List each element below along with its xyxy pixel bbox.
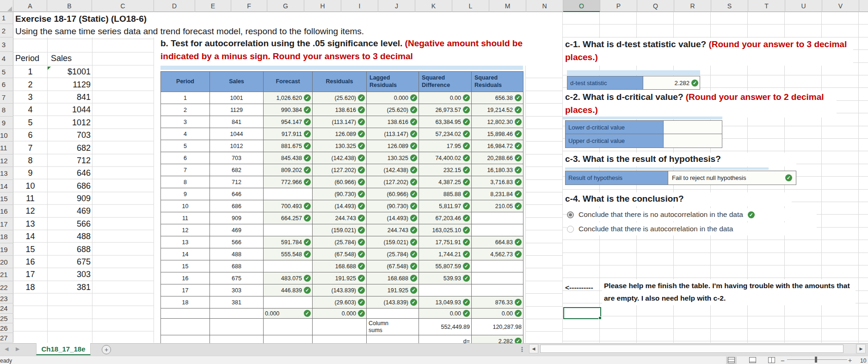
period-cell[interactable]: 12 <box>13 206 47 216</box>
residuals-r9[interactable]: (90.730)✓ <box>313 188 367 200</box>
squared-difference-r7[interactable]: 232.15✓ <box>419 164 472 176</box>
squared-difference-r9[interactable]: 885.88✓ <box>419 188 472 200</box>
forecast-r10[interactable]: 700.493✓ <box>264 200 313 212</box>
column-header-L[interactable]: L <box>452 0 489 12</box>
period-cell[interactable]: 3 <box>13 93 47 102</box>
period-cell[interactable]: 10 <box>13 181 47 191</box>
sales-r11[interactable]: 909 <box>210 212 264 224</box>
forecast-r5[interactable]: 881.675✓ <box>264 140 313 152</box>
row-header-23[interactable]: 23 <box>0 294 13 303</box>
row-header-24[interactable]: 24 <box>0 303 13 313</box>
sales-cell[interactable]: 688 <box>47 245 91 254</box>
forecast-r13[interactable]: 591.784✓ <box>264 236 313 248</box>
lagged-residuals-r17[interactable]: 191.925✓ <box>367 284 419 296</box>
period-r11[interactable]: 11 <box>161 212 210 224</box>
forecast-r6[interactable]: 845.438✓ <box>264 152 313 164</box>
select-all-corner[interactable] <box>0 0 13 12</box>
squared-residuals-r14[interactable]: 4,562.73✓ <box>472 248 523 260</box>
column-sum-squared-residuals[interactable]: 120,287.98 <box>472 319 523 335</box>
sales-cell[interactable]: 841 <box>47 93 91 102</box>
squared-residuals-r12[interactable] <box>472 224 523 236</box>
row-header-25[interactable]: 25 <box>0 314 13 323</box>
zoom-slider-thumb[interactable] <box>815 357 817 363</box>
squared-difference-r13[interactable]: 17,751.91✓ <box>419 236 472 248</box>
squared-difference-r3[interactable]: 63,384.95✓ <box>419 116 472 128</box>
column-header-B[interactable]: B <box>47 0 92 12</box>
column-sum-squared-difference[interactable]: 552,449.89 <box>419 319 472 335</box>
column-header-F[interactable]: F <box>231 0 267 12</box>
sales-r3[interactable]: 841 <box>210 116 264 128</box>
d-test-value-cell[interactable]: 2.282 ✓ <box>643 76 700 89</box>
period-cell[interactable]: 8 <box>13 156 47 166</box>
result-value-cell[interactable]: Fail to reject null hypothesis ✓ <box>668 171 796 185</box>
column-header-P[interactable]: P <box>600 0 637 12</box>
column-header-U[interactable]: U <box>785 0 822 12</box>
column-header-S[interactable]: S <box>711 0 748 12</box>
residuals-r11[interactable]: 244.743✓ <box>313 212 367 224</box>
sales-r18[interactable]: 381 <box>210 296 264 308</box>
forecast-r17[interactable]: 446.839✓ <box>264 284 313 296</box>
view-normal-icon[interactable] <box>726 357 737 364</box>
sales-r2[interactable]: 1129 <box>210 104 264 116</box>
residuals-r5[interactable]: 130.325✓ <box>313 140 367 152</box>
squared-difference-r18[interactable]: 13,049.93✓ <box>419 296 472 308</box>
lagged-residuals-r2[interactable]: (25.620)✓ <box>367 104 419 116</box>
row-header-5[interactable]: 5 <box>0 66 13 78</box>
sales-r9[interactable]: 646 <box>210 188 264 200</box>
lagged-residuals-r8[interactable]: (127.202)✓ <box>367 176 419 188</box>
period-r16[interactable]: 16 <box>161 272 210 284</box>
sales-r8[interactable]: 712 <box>210 176 264 188</box>
row-header-10[interactable]: 10 <box>0 129 13 142</box>
period-r13[interactable]: 13 <box>161 236 210 248</box>
period-r17[interactable]: 17 <box>161 284 210 296</box>
squared-residuals-r17[interactable] <box>472 284 523 296</box>
residuals-r12[interactable]: (159.021)✓ <box>313 224 367 236</box>
forecast-r1[interactable]: 1,026.620✓ <box>264 92 313 104</box>
row-header-8[interactable]: 8 <box>0 104 13 116</box>
lower-d-critical-input[interactable] <box>664 121 722 134</box>
period-cell[interactable]: 18 <box>13 283 47 292</box>
sales-cell[interactable]: 566 <box>47 219 91 229</box>
upper-d-critical-input[interactable] <box>664 134 722 148</box>
column-header-K[interactable]: K <box>415 0 452 12</box>
lagged-residuals-r7[interactable]: (142.438)✓ <box>367 164 419 176</box>
row-header-26[interactable]: 26 <box>0 323 13 333</box>
forecast-r9[interactable] <box>264 188 313 200</box>
squared-difference-r14[interactable]: 1,744.21✓ <box>419 248 472 260</box>
residuals-r6[interactable]: (142.438)✓ <box>313 152 367 164</box>
sales-cell[interactable]: 469 <box>47 206 91 216</box>
radio-icon[interactable] <box>567 226 574 233</box>
squared-residuals-r1[interactable]: 656.38✓ <box>472 92 523 104</box>
lagged-residuals-r5[interactable]: 126.089✓ <box>367 140 419 152</box>
sales-r14[interactable]: 488 <box>210 248 264 260</box>
zoom-out-icon[interactable]: − <box>781 357 785 364</box>
column-header-A[interactable]: A <box>13 0 47 12</box>
period-cell[interactable]: 5 <box>13 118 47 128</box>
sales-r5[interactable]: 1012 <box>210 140 264 152</box>
column-header-C[interactable]: C <box>92 0 154 12</box>
forecast-r18[interactable] <box>264 296 313 308</box>
sheet-nav-right-icon[interactable]: ▶ <box>16 346 19 352</box>
squared-residuals-r13[interactable]: 664.83✓ <box>472 236 523 248</box>
view-page-break-icon[interactable] <box>766 357 777 364</box>
column-header-Q[interactable]: Q <box>637 0 674 12</box>
squared-residuals-r5[interactable]: 16,984.72✓ <box>472 140 523 152</box>
period-r4[interactable]: 4 <box>161 128 210 140</box>
row-header-6[interactable]: 6 <box>0 78 13 91</box>
column-header-H[interactable]: H <box>304 0 341 12</box>
residuals-r17[interactable]: (143.839)✓ <box>313 284 367 296</box>
lagged-residuals-r15[interactable]: (67.548)✓ <box>367 260 419 272</box>
row-header-13[interactable]: 13 <box>0 167 13 179</box>
period-r6[interactable]: 6 <box>161 152 210 164</box>
period-cell[interactable]: 11 <box>13 194 47 204</box>
period-cell[interactable]: 1 <box>13 67 47 77</box>
squared-residuals-r10[interactable]: 210.05✓ <box>472 200 523 212</box>
row-header-22[interactable]: 22 <box>0 281 13 294</box>
squared-difference-zero[interactable]: 0.00✓ <box>419 308 472 319</box>
period-cell[interactable]: 16 <box>13 257 47 267</box>
lagged-residuals-r9[interactable]: (60.966)✓ <box>367 188 419 200</box>
row-header-15[interactable]: 15 <box>0 192 13 205</box>
conclusion-option-2[interactable]: Conclude that there is autocorrelation i… <box>567 222 817 235</box>
column-header-I[interactable]: I <box>341 0 378 12</box>
sales-cell[interactable]: 686 <box>47 181 91 191</box>
